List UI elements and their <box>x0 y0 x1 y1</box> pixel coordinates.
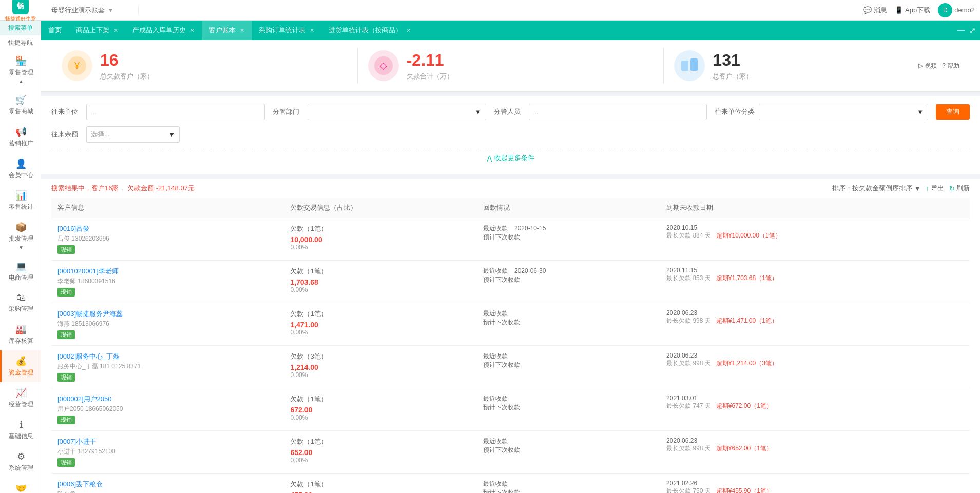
export-btn[interactable]: ↑ 导出 <box>926 184 945 193</box>
sidebar-item-marketing[interactable]: 📢 营销推广 <box>0 121 41 153</box>
sidebar-item-batch-mgmt[interactable]: 📦 批发管理 ▼ <box>0 216 41 255</box>
customer-name-link[interactable]: [000002]用户2050 <box>57 395 112 403</box>
customer-name-link[interactable]: [0001020001]李老师 <box>57 267 119 275</box>
overdue-amount[interactable]: 超期¥1,471.00（1笔） <box>716 317 778 324</box>
tab-expand-btn[interactable]: ⤢ <box>969 26 976 35</box>
refresh-btn[interactable]: ↻ 刷新 <box>949 184 970 193</box>
sidebar-item-system[interactable]: ⚙ 系统管理 <box>0 446 41 478</box>
overdue-amount[interactable]: 超期¥1,703.68（1笔） <box>716 274 778 282</box>
tab-home[interactable]: 首页 <box>41 21 69 40</box>
overdue-days: 最长欠款 747 天 超期¥672.00（1笔） <box>666 402 964 410</box>
view-btn[interactable]: ▷ 视频 <box>918 62 937 70</box>
table-row: [0002]服务中心_丁磊 服务中心_丁磊 181 0125 8371 现销 欠… <box>51 346 970 388</box>
debt-info: -2.11 欠款合计（万） <box>407 51 453 81</box>
tab-collapse-btn[interactable]: — <box>957 26 965 35</box>
chevron-up-icon: ⋀ <box>487 154 492 162</box>
last-payment-label: 最近收款 <box>483 395 654 403</box>
table-row: [0016]吕俊 吕俊 13026203696 现销 欠款（1笔） 10,000… <box>51 218 970 261</box>
debt-info-cell: 欠款（1笔） 652.00 0.00% <box>284 431 476 474</box>
tab-label-customer-account: 客户账本 <box>209 26 236 35</box>
payment-cell: 最近收款 预计下次收款 <box>477 388 660 431</box>
next-payment-label: 预计下次收款 <box>483 361 654 369</box>
due-date: 2021.03.01 <box>666 395 964 402</box>
dept-select[interactable]: ▼ <box>308 104 486 120</box>
balance-label: 往来余额 <box>51 130 82 139</box>
customer-name-link[interactable]: [0007]小进干 <box>57 438 96 445</box>
debt-label: 欠款合计（万） <box>407 72 453 81</box>
debt-value: -2.11 <box>407 51 453 70</box>
sidebar-item-inventory[interactable]: 🏭 库存核算 <box>0 319 41 350</box>
export-icon: ↑ <box>926 185 930 192</box>
customer-name-link[interactable]: [0003]畅捷服务尹海蕊 <box>57 310 123 318</box>
overdue-amount[interactable]: 超期¥652.00（1笔） <box>716 445 773 452</box>
phone-icon: 📱 <box>895 6 903 14</box>
debt-ratio: 0.00% <box>290 414 470 421</box>
sidebar-label-ops: 经营管理 <box>9 400 33 409</box>
sidebar-item-ops[interactable]: 📈 经营管理 <box>0 382 41 414</box>
sidebar-item-corp-collab[interactable]: 🤝 企业协同 <box>0 478 41 493</box>
tab-close-import-stats[interactable]: ✕ <box>406 27 411 34</box>
unit-category-select[interactable]: ▼ <box>759 104 928 120</box>
company-dropdown-icon: ▼ <box>108 7 113 13</box>
sidebar-item-finance[interactable]: 💰 资金管理 <box>0 350 41 382</box>
tab-product-shelf[interactable]: 商品上下架 ✕ <box>69 21 125 40</box>
filter-unit-category: 往来单位分类 ▼ <box>715 104 928 120</box>
tab-close-product-shelf[interactable]: ✕ <box>113 27 118 34</box>
tab-production-history[interactable]: 产成品入库单历史 ✕ <box>125 21 202 40</box>
tab-close-purchase-order[interactable]: ✕ <box>310 27 314 34</box>
manager-input[interactable]: ... <box>529 104 707 120</box>
due-date-cell: 2020.06.23 最长欠款 998 天 超期¥652.00（1笔） <box>660 431 970 474</box>
collapse-more-btn[interactable]: ⋀ 收起更多条件 <box>51 149 970 167</box>
refresh-icon: ↻ <box>949 185 955 192</box>
sort-selector[interactable]: 排序：按欠款金额倒序排序 ▼ <box>832 184 921 193</box>
overdue-amount[interactable]: 超期¥10,000.00（1笔） <box>716 232 781 239</box>
tab-close-customer-account[interactable]: ✕ <box>240 27 244 34</box>
app-download-btn[interactable]: 📱 App下载 <box>895 6 930 15</box>
sidebar-item-member[interactable]: 👤 会员中心 <box>0 153 41 185</box>
sidebar-item-ecom[interactable]: 💻 电商管理 <box>0 255 41 287</box>
company-selector[interactable]: 母婴行业演示账套 ▼ <box>46 6 139 15</box>
customer-contact: 服务中心_丁磊 181 0125 8371 <box>57 362 278 371</box>
debt-amount: 1,471.00 <box>290 321 470 329</box>
overdue-amount[interactable]: 超期¥672.00（1笔） <box>716 402 773 409</box>
customer-name-link[interactable]: [0006]丢下粮仓 <box>57 480 103 488</box>
from-unit-input[interactable]: ... <box>86 104 265 120</box>
svg-text:◇: ◇ <box>380 61 387 71</box>
sidebar-item-basic-info[interactable]: ℹ 基础信息 <box>0 414 41 446</box>
overdue-days: 最长欠款 998 天 超期¥1,471.00（1笔） <box>666 317 964 325</box>
message-btn[interactable]: 💬 消息 <box>863 6 887 15</box>
customer-name-link[interactable]: [0002]服务中心_丁磊 <box>57 352 120 360</box>
customer-cell: [0001020001]李老师 李老师 18600391516 现销 <box>51 261 284 303</box>
overdue-amount[interactable]: 超期¥1,214.00（3笔） <box>716 360 778 367</box>
due-date: 2020.06.23 <box>666 352 964 359</box>
user-menu[interactable]: D demo2 <box>938 3 975 17</box>
sidebar-item-retail-mgmt[interactable]: 🏪 零售管理 ▲ <box>0 50 41 89</box>
overdue-amount[interactable]: 超期¥455.90（1笔） <box>716 487 773 493</box>
help-btn[interactable]: ? 帮助 <box>942 62 959 70</box>
sidebar-item-retail-shop[interactable]: 🛒 零售商城 <box>0 89 41 121</box>
sidebar-label-purchase: 采购管理 <box>9 305 33 313</box>
tab-close-production-history[interactable]: ✕ <box>190 27 195 34</box>
tab-customer-account[interactable]: 客户账本 ✕ <box>202 21 252 40</box>
tab-purchase-order[interactable]: 采购订单统计表 ✕ <box>252 21 321 40</box>
search-btn[interactable]: 查询 <box>936 104 970 120</box>
last-payment-label: 最近收款 <box>483 352 654 361</box>
customer-name-link[interactable]: [0016]吕俊 <box>57 225 89 232</box>
filter-row-2: 往来余额 选择... ▼ <box>51 126 970 143</box>
basic-info-icon: ℹ <box>20 419 23 430</box>
sidebar-search-menu[interactable]: 搜索菜单 <box>0 21 41 35</box>
sidebar-quick-nav[interactable]: 快捷导航 <box>0 35 41 50</box>
customer-tag: 现销 <box>57 245 75 254</box>
retail-shop-icon: 🛒 <box>15 94 27 106</box>
balance-select[interactable]: 选择... ▼ <box>86 126 180 143</box>
debtors-info: 16 总欠款客户（家） <box>100 51 153 81</box>
retail-stats-icon: 📊 <box>15 190 27 201</box>
company-name: 母婴行业演示账套 <box>51 6 105 15</box>
customer-tag: 现销 <box>57 373 75 382</box>
sidebar-item-purchase[interactable]: 🛍 采购管理 <box>0 287 41 319</box>
app-container: 畅 畅捷通好生意 母婴行业演示账套 ▼ 💬 消息 📱 App下载 D demo2 <box>0 0 980 493</box>
debt-info-cell: 欠款（1笔） 672.00 0.00% <box>284 388 476 431</box>
tab-bar: 首页 商品上下架 ✕ 产成品入库单历史 ✕ 客户账本 ✕ 采购订单统计表 ✕ <box>41 21 980 40</box>
sidebar-item-retail-stats[interactable]: 📊 零售统计 <box>0 185 41 216</box>
tab-import-stats[interactable]: 进货单统计表（按商品） ✕ <box>321 21 418 40</box>
